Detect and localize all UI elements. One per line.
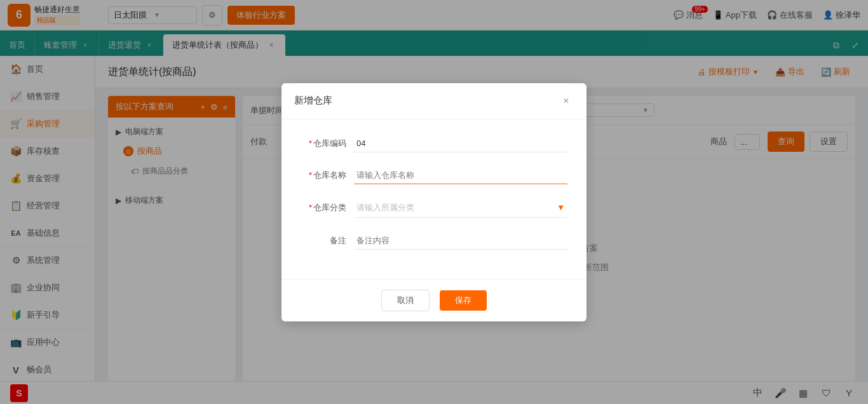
- form-row-category: *仓库分类 请输入所属分类 ▼: [301, 198, 567, 218]
- modal-close-icon[interactable]: ×: [559, 93, 574, 109]
- modal-footer: 取消 保存: [281, 279, 587, 321]
- form-label-name: *仓库名称: [301, 170, 346, 181]
- form-label-note: 备注: [301, 235, 346, 246]
- form-row-code: *仓库编码: [301, 135, 567, 152]
- form-row-note: 备注: [301, 232, 567, 250]
- select-arrow-icon: ▼: [557, 203, 565, 212]
- add-warehouse-modal: 新增仓库 × *仓库编码 *仓库名称 *仓库分类: [281, 83, 587, 321]
- form-label-code: *仓库编码: [301, 138, 346, 149]
- warehouse-category-select[interactable]: 请输入所属分类 ▼: [354, 198, 567, 218]
- modal-title: 新增仓库: [294, 95, 332, 107]
- modal-body: *仓库编码 *仓库名称 *仓库分类 请输入所属分类 ▼: [281, 119, 587, 279]
- warehouse-note-input[interactable]: [354, 232, 567, 250]
- form-row-name: *仓库名称: [301, 166, 567, 184]
- modal-header: 新增仓库 ×: [281, 83, 587, 119]
- modal-overlay[interactable]: 新增仓库 × *仓库编码 *仓库名称 *仓库分类: [0, 0, 868, 404]
- save-button[interactable]: 保存: [440, 290, 487, 311]
- cancel-button[interactable]: 取消: [381, 290, 430, 311]
- form-label-category: *仓库分类: [301, 202, 346, 213]
- warehouse-code-input[interactable]: [354, 135, 567, 152]
- warehouse-name-input[interactable]: [354, 166, 567, 184]
